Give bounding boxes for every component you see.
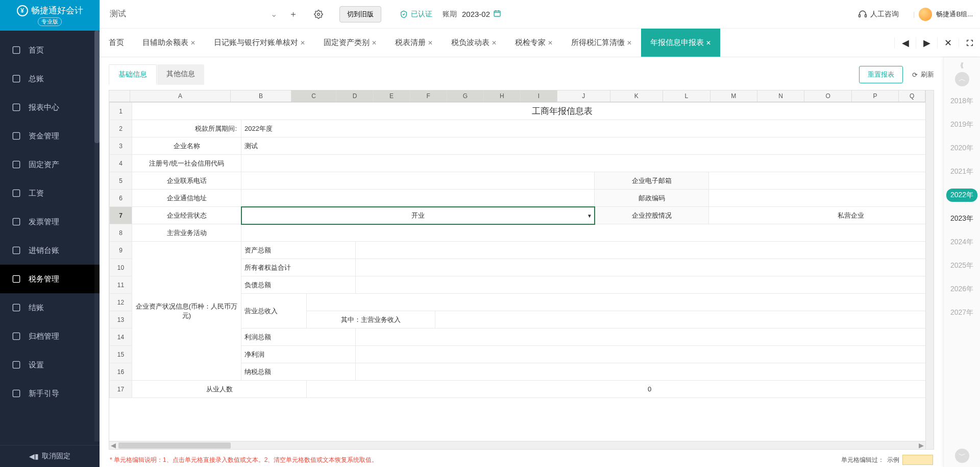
vertical-scrollbar[interactable] — [925, 90, 934, 449]
cell[interactable] — [356, 363, 926, 381]
sidebar-item[interactable]: 发票管理 — [0, 207, 100, 236]
column-header[interactable]: P — [852, 90, 899, 102]
cell[interactable] — [709, 172, 926, 190]
cell[interactable]: 企业经营状态 — [132, 207, 241, 224]
row-header[interactable]: 6 — [110, 190, 132, 207]
year-option[interactable]: 2022年 — [946, 189, 977, 202]
reset-button[interactable]: 重置报表 — [859, 66, 903, 83]
year-option[interactable]: 2018年 — [946, 95, 977, 108]
cell[interactable]: 从业人数 — [132, 381, 307, 398]
cell[interactable]: 企业联系电话 — [132, 172, 241, 190]
column-header[interactable]: A — [130, 90, 231, 102]
year-option[interactable]: 2025年 — [946, 259, 977, 272]
close-icon[interactable]: ✕ — [627, 39, 632, 46]
row-header[interactable]: 9 — [110, 242, 132, 259]
selected-cell[interactable]: 开业 ▼ — [241, 207, 595, 224]
sidebar-item[interactable]: 新手引导 — [0, 379, 100, 408]
year-option[interactable]: 2023年 — [946, 212, 977, 225]
year-option[interactable]: 2024年 — [946, 236, 977, 249]
close-icon[interactable]: ✕ — [492, 39, 497, 46]
cell[interactable] — [709, 190, 926, 207]
select-all-corner[interactable] — [109, 90, 130, 102]
column-header[interactable]: O — [804, 90, 851, 102]
column-header[interactable]: K — [610, 90, 664, 102]
cell[interactable] — [435, 311, 926, 329]
sheet-body[interactable]: 1 工商年报信息表 2 税款所属期间: 2022年度 3 企业名称 — [109, 102, 925, 441]
cell[interactable]: 企业名称 — [132, 137, 241, 155]
refresh-button[interactable]: ⟳ 刷新 — [912, 70, 934, 79]
column-header[interactable]: N — [757, 90, 804, 102]
column-header[interactable]: F — [410, 90, 447, 102]
close-icon[interactable]: ✕ — [428, 39, 433, 46]
row-header[interactable]: 5 — [110, 172, 132, 190]
sidebar-item[interactable]: 税务管理 — [0, 265, 100, 293]
sidebar-item[interactable]: 结账 — [0, 293, 100, 322]
sidebar-item[interactable]: 固定资产 — [0, 150, 100, 179]
cell[interactable] — [356, 259, 926, 276]
row-header[interactable]: 4 — [110, 155, 132, 172]
tab[interactable]: 税检专家✕ — [506, 29, 562, 57]
hscroll-thumb[interactable] — [118, 442, 231, 449]
settings-icon[interactable] — [310, 6, 327, 23]
cell[interactable] — [356, 346, 926, 363]
cell[interactable]: 税款所属期间: — [132, 120, 241, 137]
cell[interactable] — [356, 242, 926, 259]
cell[interactable]: 资产总额 — [241, 242, 356, 259]
switch-old-button[interactable]: 切到旧版 — [339, 6, 381, 22]
column-header[interactable]: C — [291, 90, 337, 102]
sidebar-item[interactable]: 资金管理 — [0, 122, 100, 150]
tab-close-all[interactable]: ✕ — [937, 37, 959, 49]
sidebar-item[interactable]: 报表中心 — [0, 93, 100, 122]
column-header[interactable]: Q — [899, 90, 925, 102]
year-scroll-up[interactable]: ︿ — [955, 72, 969, 86]
sidebar-scrollbar-thumb[interactable] — [94, 31, 100, 143]
tab[interactable]: 首页 — [100, 29, 133, 57]
sidebar-item[interactable]: 归档管理 — [0, 322, 100, 351]
cell[interactable]: 利润总额 — [241, 329, 356, 346]
column-header[interactable]: B — [231, 90, 291, 102]
close-icon[interactable]: ✕ — [372, 39, 377, 46]
row-header[interactable]: 10 — [110, 259, 132, 276]
row-header[interactable]: 2 — [110, 120, 132, 137]
close-icon[interactable]: ✕ — [706, 39, 711, 46]
tab[interactable]: 年报信息申报表✕ — [641, 29, 720, 57]
sheet-title[interactable]: 工商年报信息表 — [132, 103, 926, 120]
cell[interactable]: 2022年度 — [241, 120, 926, 137]
cell[interactable]: 其中：主营业务收入 — [307, 311, 435, 329]
year-option[interactable]: 2026年 — [946, 283, 977, 296]
cell[interactable]: 企业控股情况 — [595, 207, 709, 224]
row-header[interactable]: 1 — [110, 103, 132, 120]
cell[interactable]: 企业通信地址 — [132, 190, 241, 207]
sidebar-item[interactable]: 工资 — [0, 179, 100, 207]
cell[interactable] — [241, 190, 595, 207]
row-header[interactable]: 16 — [110, 363, 132, 381]
cell[interactable]: 企业电子邮箱 — [595, 172, 709, 190]
row-header[interactable]: 13 — [110, 311, 132, 329]
cell[interactable]: 所有者权益合计 — [241, 259, 356, 276]
column-header[interactable]: G — [447, 90, 484, 102]
tab[interactable]: 目辅助余额表✕ — [133, 29, 205, 57]
sidebar-item[interactable]: 总账 — [0, 64, 100, 93]
subtab-basic[interactable]: 基础信息 — [109, 64, 157, 85]
row-header[interactable]: 12 — [110, 294, 132, 311]
row-header[interactable]: 14 — [110, 329, 132, 346]
cell[interactable]: 测试 — [241, 137, 926, 155]
row-header[interactable]: 11 — [110, 276, 132, 294]
cell[interactable] — [356, 329, 926, 346]
cell[interactable] — [241, 224, 926, 242]
row-header[interactable]: 15 — [110, 346, 132, 363]
cell[interactable]: 主营业务活动 — [132, 224, 241, 242]
tab[interactable]: 所得税汇算清缴✕ — [562, 29, 641, 57]
cell[interactable]: 净利润 — [241, 346, 356, 363]
close-icon[interactable]: ✕ — [300, 39, 305, 46]
cell[interactable] — [356, 276, 926, 294]
year-option[interactable]: 2021年 — [946, 165, 977, 178]
column-header[interactable]: L — [663, 90, 710, 102]
row-header[interactable]: 8 — [110, 224, 132, 242]
unpin-button[interactable]: ◀▮ 取消固定 — [0, 445, 100, 467]
close-icon[interactable]: ✕ — [190, 39, 195, 46]
close-icon[interactable]: ✕ — [548, 39, 553, 46]
column-header[interactable]: H — [484, 90, 521, 102]
year-option[interactable]: 2020年 — [946, 142, 977, 155]
cell[interactable] — [241, 155, 926, 172]
